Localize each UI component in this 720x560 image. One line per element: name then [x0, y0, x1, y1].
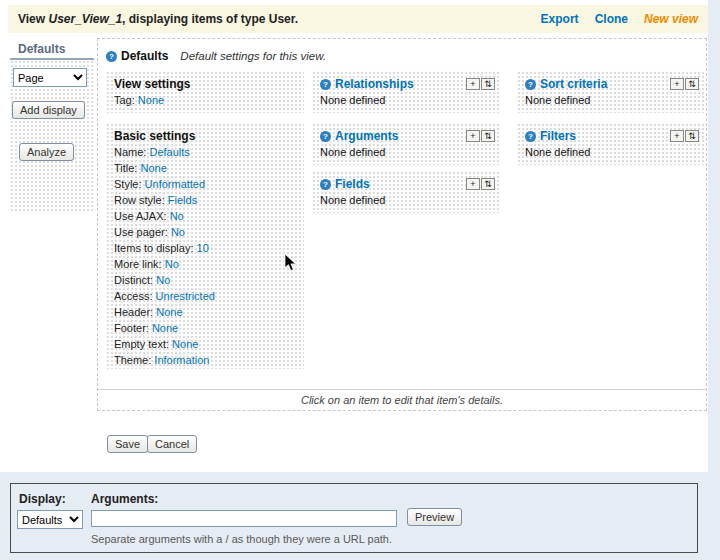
setting-row: Title: None — [114, 160, 296, 176]
fields-controls: +⇅ — [465, 177, 495, 190]
rearrange-icon[interactable]: ⇅ — [685, 130, 699, 142]
setting-value-link[interactable]: None — [172, 338, 198, 350]
panel-footer-note: Click on an item to edit that item's det… — [98, 389, 706, 411]
arguments-help-text: Separate arguments with a / as though th… — [91, 533, 392, 545]
arguments-label: Arguments: — [91, 492, 158, 506]
setting-value-link[interactable]: No — [156, 274, 170, 286]
view-name: User_View_1 — [48, 12, 122, 26]
panel-heading-note: Default settings for this view. — [180, 50, 326, 62]
empty-text: None defined — [320, 92, 492, 108]
setting-label: Footer: — [114, 322, 149, 334]
relationships-controls: +⇅ — [465, 77, 495, 90]
panel-heading-row: ?DefaultsDefault settings for this view. — [106, 49, 326, 63]
arguments-controls: +⇅ — [465, 129, 495, 142]
setting-row: Use AJAX: No — [114, 208, 296, 224]
setting-label: Title: — [114, 162, 137, 174]
setting-label: Style: — [114, 178, 142, 190]
views-ui-screen: View User_View_1, displaying items of ty… — [0, 0, 720, 560]
analyze-button[interactable]: Analyze — [19, 143, 74, 161]
tab-defaults[interactable]: Defaults — [10, 38, 94, 60]
sort-criteria-controls: +⇅ — [669, 77, 699, 90]
relationships-title-link[interactable]: Relationships — [335, 77, 414, 91]
rearrange-icon[interactable]: ⇅ — [481, 130, 495, 142]
empty-text: None defined — [320, 144, 492, 160]
add-icon[interactable]: + — [466, 178, 480, 190]
setting-value-link[interactable]: Defaults — [149, 146, 189, 158]
setting-row: Theme: Information — [114, 352, 296, 368]
save-button[interactable]: Save — [107, 435, 148, 453]
filters-controls: +⇅ — [669, 129, 699, 142]
setting-label: Tag: — [114, 94, 135, 106]
setting-label: Name: — [114, 146, 146, 158]
sort-criteria-box: ?Sort criteria +⇅ None defined — [517, 71, 704, 113]
filters-head: ?Filters +⇅ — [525, 128, 696, 144]
setting-row: Header: None — [114, 304, 296, 320]
setting-value-link[interactable]: None — [152, 322, 178, 334]
setting-row: Name: Defaults — [114, 144, 296, 160]
setting-label: Header: — [114, 306, 153, 318]
new-view-link[interactable]: New view — [644, 12, 698, 26]
setting-row: Distinct: No — [114, 272, 296, 288]
setting-row: More link: No — [114, 256, 296, 272]
setting-value-link[interactable]: No — [171, 226, 185, 238]
filters-box: ?Filters +⇅ None defined — [517, 123, 704, 165]
add-icon[interactable]: + — [466, 130, 480, 142]
page-title: View User_View_1, displaying items of ty… — [18, 5, 298, 33]
panel-heading: Defaults — [121, 49, 168, 63]
help-icon[interactable]: ? — [525, 131, 536, 142]
setting-value-link[interactable]: Unformatted — [145, 178, 206, 190]
sort-criteria-title-link[interactable]: Sort criteria — [540, 77, 607, 91]
empty-text: None defined — [320, 192, 492, 208]
display-label: Display: — [19, 492, 66, 506]
setting-label: Use AJAX: — [114, 210, 167, 222]
setting-value-link[interactable]: None — [138, 94, 164, 106]
tab-defaults-label: Defaults — [10, 38, 65, 60]
setting-value-link[interactable]: Unrestricted — [156, 290, 215, 302]
fields-head: ?Fields +⇅ — [320, 176, 492, 192]
help-icon[interactable]: ? — [320, 179, 331, 190]
help-icon[interactable]: ? — [320, 79, 331, 90]
arguments-head: ?Arguments +⇅ — [320, 128, 492, 144]
setting-value-link[interactable]: None — [156, 306, 182, 318]
help-icon[interactable]: ? — [106, 51, 117, 62]
add-icon[interactable]: + — [670, 130, 684, 142]
rearrange-icon[interactable]: ⇅ — [481, 78, 495, 90]
display-sidebar: Defaults Page Add display Analyze — [10, 38, 94, 212]
help-icon[interactable]: ? — [525, 79, 536, 90]
setting-row: Style: Unformatted — [114, 176, 296, 192]
cancel-button[interactable]: Cancel — [147, 435, 197, 453]
setting-value-link[interactable]: No — [165, 258, 179, 270]
rearrange-icon[interactable]: ⇅ — [481, 178, 495, 190]
clone-link[interactable]: Clone — [595, 12, 628, 26]
setting-label: Items to display: — [114, 242, 193, 254]
preview-panel: Display: Arguments: Defaults Preview Sep… — [10, 483, 698, 553]
setting-value-link[interactable]: No — [170, 210, 184, 222]
setting-label: Distinct: — [114, 274, 153, 286]
preview-button[interactable]: Preview — [407, 508, 462, 526]
setting-value-link[interactable]: Information — [154, 354, 209, 366]
view-header-bar: View User_View_1, displaying items of ty… — [8, 5, 708, 33]
header-links: Export Clone New view — [541, 5, 698, 33]
help-icon[interactable]: ? — [320, 131, 331, 142]
add-icon[interactable]: + — [466, 78, 480, 90]
setting-value-link[interactable]: Fields — [168, 194, 197, 206]
rearrange-icon[interactable]: ⇅ — [685, 78, 699, 90]
arguments-title-link[interactable]: Arguments — [335, 129, 398, 143]
setting-row: Tag: None — [114, 92, 296, 108]
add-display-button[interactable]: Add display — [12, 101, 85, 119]
fields-title-link[interactable]: Fields — [335, 177, 370, 191]
relationships-box: ?Relationships +⇅ None defined — [312, 71, 500, 113]
arguments-input[interactable] — [91, 510, 397, 527]
preview-display-select[interactable]: Defaults — [17, 510, 83, 529]
setting-row: Footer: None — [114, 320, 296, 336]
basic-settings-title: Basic settings — [114, 128, 296, 144]
filters-title-link[interactable]: Filters — [540, 129, 576, 143]
view-settings-box: View settings Tag: None — [106, 71, 304, 113]
setting-value-link[interactable]: 10 — [197, 242, 209, 254]
setting-value-link[interactable]: None — [141, 162, 167, 174]
empty-text: None defined — [525, 92, 696, 108]
add-icon[interactable]: + — [670, 78, 684, 90]
export-link[interactable]: Export — [541, 12, 579, 26]
display-type-select[interactable]: Page — [13, 68, 87, 87]
setting-label: Empty text: — [114, 338, 169, 350]
